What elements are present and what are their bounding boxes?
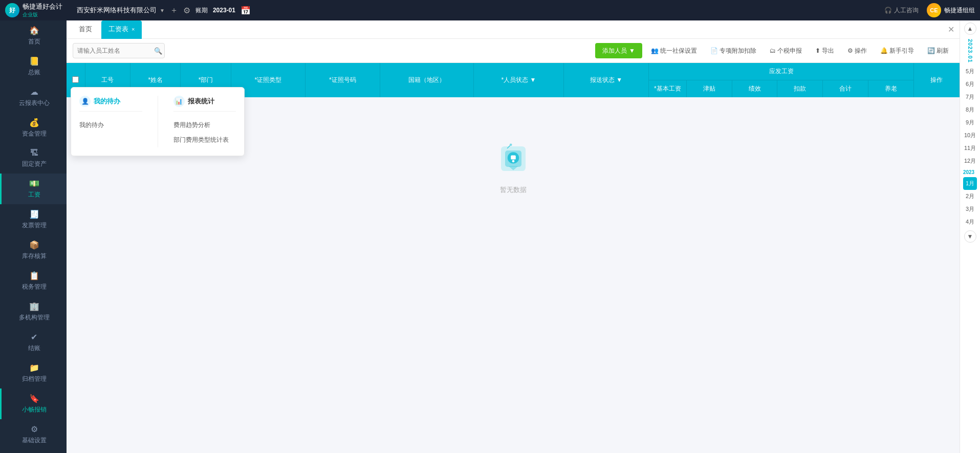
topbar-actions: ＋ ⚙ 账期 2023-01 📅 bbox=[170, 5, 251, 16]
toolbar: 🔍 添加人员 ▼ 👥统一社保设置📄专项附加扣除🗂个税申报⬆导出⚙操作🔔新手引导🔄… bbox=[67, 39, 960, 63]
sidebar-item-label: 库存核算 bbox=[22, 252, 47, 261]
salary-icon: 💵 bbox=[29, 179, 39, 188]
sidebar-item-fund[interactable]: 💰 资金管理 bbox=[0, 113, 67, 143]
sidebar-item-label: 首页 bbox=[28, 37, 40, 46]
th-report-status: 报送状态 ▼ bbox=[563, 63, 648, 97]
my-todo-col-icon: 👤 bbox=[79, 96, 91, 107]
month-item-9月[interactable]: 9月 bbox=[963, 116, 977, 129]
period-value: 2023-01 bbox=[213, 7, 235, 14]
sidebar: 🏠 首页 📒 总账 ☁ 云报表中心 💰 资金管理 🏗 固定资产 💵 工资 🧾 发… bbox=[0, 20, 67, 453]
add-company-button[interactable]: ＋ bbox=[170, 5, 178, 16]
add-chevron-icon: ▼ bbox=[629, 47, 635, 54]
month-item-10月[interactable]: 10月 bbox=[963, 129, 977, 142]
sidebar-item-ledger[interactable]: 📒 总账 bbox=[0, 51, 67, 82]
report-stats-col-icon: 📊 bbox=[173, 96, 185, 107]
search-icon: 🔍 bbox=[154, 47, 162, 55]
avatar: CE bbox=[927, 3, 941, 17]
calendar-icon[interactable]: 📅 bbox=[241, 6, 251, 15]
toolbar-guide-btn-button[interactable]: 🔔新手引导 bbox=[876, 43, 919, 58]
toolbar-social-insurance-button[interactable]: 👥统一社保设置 bbox=[646, 43, 702, 58]
user-area[interactable]: CE 畅捷通组组 bbox=[927, 3, 975, 17]
sidebar-item-inventory[interactable]: 📦 库存核算 bbox=[0, 235, 67, 266]
search-input[interactable] bbox=[77, 47, 154, 54]
month-item-5月[interactable]: 5月 bbox=[963, 65, 977, 78]
inventory-icon: 📦 bbox=[29, 240, 39, 250]
popup-col-header-report-stats[interactable]: 📊 报表统计 bbox=[173, 96, 236, 112]
month-item-4月[interactable]: 4月 bbox=[963, 215, 977, 228]
sidebar-item-label: 小畅报销 bbox=[22, 405, 47, 414]
month-item-6月[interactable]: 6月 bbox=[963, 78, 977, 91]
popup-item-我的待办[interactable]: 我的待办 bbox=[79, 118, 142, 133]
headset-icon: 🎧 bbox=[884, 7, 892, 14]
expense-icon: 🔖 bbox=[29, 394, 39, 403]
sidebar-item-label: 固定资产 bbox=[22, 160, 47, 168]
empty-illustration bbox=[493, 138, 534, 179]
month-prev-button[interactable]: ▲ bbox=[964, 23, 976, 35]
th-subsidy: 津贴 bbox=[686, 80, 732, 98]
month-item-11月[interactable]: 11月 bbox=[963, 142, 977, 155]
popup-item-费用趋势分析[interactable]: 费用趋势分析 bbox=[173, 118, 236, 133]
sidebar-item-label: 结账 bbox=[28, 344, 40, 353]
th-country: 国籍（地区） bbox=[380, 63, 474, 97]
filter-icon[interactable]: ▼ bbox=[530, 76, 536, 83]
svg-point-7 bbox=[509, 143, 512, 146]
month-item-7月[interactable]: 7月 bbox=[963, 91, 977, 103]
sidebar-item-label: 多机构管理 bbox=[19, 313, 50, 322]
th-status: *人员状态 ▼ bbox=[474, 63, 564, 97]
report-filter-icon[interactable]: ▼ bbox=[616, 76, 622, 83]
month-item-12月[interactable]: 12月 bbox=[963, 155, 977, 167]
month-item-1月[interactable]: 1月 bbox=[963, 177, 977, 190]
cloud-report-icon: ☁ bbox=[30, 87, 38, 97]
toolbar-export-button[interactable]: ⬆导出 bbox=[811, 43, 839, 58]
search-box: 🔍 bbox=[73, 43, 165, 58]
th-id-no: *证照号码 bbox=[306, 63, 380, 97]
company-selector[interactable]: 西安虾米网络科技有限公司 ▼ bbox=[77, 6, 165, 15]
empty-text: 暂无数据 bbox=[500, 185, 527, 195]
tab-close-icon[interactable]: × bbox=[132, 26, 135, 32]
sidebar-item-guide[interactable]: ▶ 新手引导 bbox=[0, 450, 67, 453]
popup-divider bbox=[158, 96, 158, 147]
popup-col-header-my-todo[interactable]: 👤 我的待办 bbox=[79, 96, 142, 112]
close-window-button[interactable]: ✕ bbox=[948, 25, 954, 34]
ledger-icon: 📒 bbox=[29, 56, 39, 66]
sidebar-item-settle[interactable]: ✔ 结账 bbox=[0, 327, 67, 358]
sidebar-item-label: 总账 bbox=[28, 68, 40, 77]
tab-salary-tab[interactable]: 工资表× bbox=[101, 20, 142, 39]
content-area: 首页工资表× ✕ 🔍 添加人员 ▼ 👥统一社保设置📄专项附加扣除🗂个税申报⬆导出… bbox=[67, 20, 960, 453]
sidebar-item-fixed-asset[interactable]: 🏗 固定资产 bbox=[0, 143, 67, 174]
month-next-button[interactable]: ▼ bbox=[964, 230, 976, 243]
topbar: 好 畅捷通好会计 企业版 西安虾米网络科技有限公司 ▼ ＋ ⚙ 账期 2023-… bbox=[0, 0, 980, 20]
chevron-down-icon: ▼ bbox=[160, 8, 165, 13]
th-salary-group: 应发工资 bbox=[649, 63, 914, 80]
toolbar-operations-button[interactable]: ⚙操作 bbox=[843, 43, 872, 58]
service-label: 人工咨询 bbox=[894, 6, 919, 15]
sidebar-item-tax[interactable]: 📋 税务管理 bbox=[0, 266, 67, 296]
sidebar-item-settings[interactable]: ⚙ 基础设置 bbox=[0, 419, 67, 450]
service-button[interactable]: 🎧 人工咨询 bbox=[884, 6, 919, 15]
sidebar-item-salary[interactable]: 💵 工资 bbox=[0, 174, 67, 204]
select-all-checkbox[interactable] bbox=[72, 76, 79, 83]
month-item-8月[interactable]: 8月 bbox=[963, 103, 977, 116]
month-year-label: 2023 bbox=[963, 167, 977, 177]
popup-col-my-todo: 👤 我的待办 我的待办 bbox=[79, 96, 142, 147]
settings-icon[interactable]: ⚙ bbox=[183, 6, 190, 15]
month-item-2月[interactable]: 2月 bbox=[963, 190, 977, 203]
popup-item-部门费用类型统计表[interactable]: 部门费用类型统计表 bbox=[173, 133, 236, 147]
user-name: 畅捷通组组 bbox=[944, 6, 975, 15]
toolbar-refresh-button[interactable]: 🔄刷新 bbox=[923, 43, 953, 58]
tabs-bar: 首页工资表× ✕ bbox=[67, 20, 960, 39]
tax-icon: 📋 bbox=[29, 271, 39, 281]
toolbar-special-deduct-button[interactable]: 📄专项附加扣除 bbox=[706, 43, 761, 58]
toolbar-tax-report-button[interactable]: 🗂个税申报 bbox=[765, 43, 807, 58]
sidebar-item-label: 归档管理 bbox=[22, 375, 47, 383]
sidebar-item-multi-org[interactable]: 🏢 多机构管理 bbox=[0, 296, 67, 327]
th-basic-salary: *基本工资 bbox=[649, 80, 687, 98]
sidebar-item-archive[interactable]: 📁 归档管理 bbox=[0, 358, 67, 389]
sidebar-item-home[interactable]: 🏠 首页 bbox=[0, 20, 67, 51]
add-employee-button[interactable]: 添加人员 ▼ bbox=[595, 43, 642, 58]
sidebar-item-invoice[interactable]: 🧾 发票管理 bbox=[0, 204, 67, 235]
sidebar-item-cloud-report[interactable]: ☁ 云报表中心 bbox=[0, 82, 67, 113]
month-item-3月[interactable]: 3月 bbox=[963, 203, 977, 215]
tab-home-tab[interactable]: 首页 bbox=[72, 20, 99, 39]
sidebar-item-expense[interactable]: 🔖 小畅报销 bbox=[0, 389, 67, 419]
